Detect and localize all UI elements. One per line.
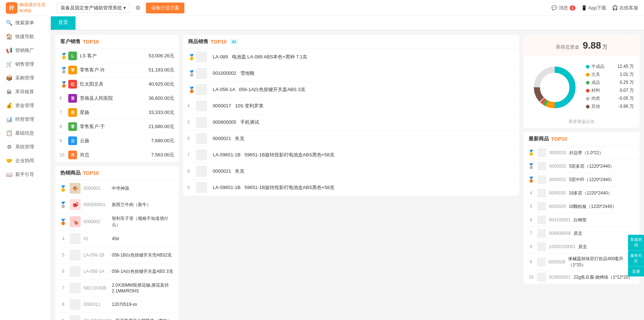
product-sales-header: 商品销售 TOP10 Ai — [183, 35, 519, 49]
customer-amount: 36,600.00元 — [148, 95, 174, 102]
svg-rect-17 — [196, 133, 207, 144]
sidebar-label-marketing: 营销推广 — [15, 47, 34, 54]
hot-top10-label: TOP10 — [83, 170, 99, 176]
sidebar-label-enterprise: 企业协同 — [15, 157, 34, 164]
product-thumbnail — [70, 299, 81, 310]
sidebar-item-guide[interactable]: 📖 新手引导 — [0, 168, 50, 181]
hot-products-list: 🥇 🍖 0000001 中华神器 🥈 🥩 000500001 新西兰牛肉（新牛） — [55, 180, 179, 320]
sidebar-item-inventory[interactable]: 🏛 库存核算 — [0, 85, 50, 99]
header: 好 畅捷通好生意 标准版 装备及固定资产辅助管理系统 ▾ ⚙ 体验行业方案 💬 … — [0, 0, 644, 16]
svg-rect-9 — [70, 283, 81, 294]
customer-badge: 云 — [68, 136, 77, 145]
medal-icon: 🥈 — [528, 163, 535, 169]
tab-home[interactable]: 首页 — [51, 16, 76, 30]
rank-number: 8 — [60, 124, 67, 129]
sidebar-item-operations[interactable]: 📊 经营管理 — [0, 112, 50, 126]
product-code: 0000031 — [549, 177, 566, 182]
sidebar-item-quick-nav[interactable]: 🏠 快捷导航 — [0, 30, 50, 44]
table-row: 🥉 红 红太阳文具 40,925.00元 — [55, 77, 179, 91]
service-community-button[interactable]: 服务社区 — [628, 251, 644, 267]
purchase-icon: 📦 — [6, 75, 12, 81]
product-name: 5层中纤（1220*2440） — [569, 177, 615, 183]
product-thumbnail — [196, 182, 207, 193]
customer-service-hotline-button[interactable]: 客服热线 — [628, 235, 644, 251]
table-row: 9 LA-59651-1B 59651-1B旋转投影灯电池盒ABS黑色+58克 — [183, 180, 519, 196]
svg-rect-13 — [196, 68, 207, 79]
medal-icon: 🥇 — [187, 54, 196, 61]
legend-name: 肉类 — [591, 95, 618, 102]
product-name: 花语萌偶温分腿睡袋（厚款） — [115, 318, 174, 320]
svg-text:🥩: 🥩 — [72, 202, 79, 208]
customer-name: 肖总 — [77, 152, 151, 158]
table-row: 5 000800005 手机测试 — [183, 114, 519, 131]
rank-number: 6 — [187, 136, 195, 141]
sidebar-item-search[interactable]: 🔍 搜索菜单 — [0, 16, 50, 30]
sidebar-item-finance[interactable]: 💰 资金管理 — [0, 99, 50, 112]
system-select[interactable]: 装备及固定资产辅助管理系统 ▾ — [57, 3, 130, 13]
product-code: 004100001 — [549, 217, 571, 222]
sidebar-item-sales[interactable]: 🛒 销售管理 — [0, 57, 50, 71]
app-download-button[interactable]: 📱 App下载 — [581, 5, 606, 11]
legend-dot — [586, 89, 590, 93]
medal-icon: 🥉 — [528, 176, 535, 183]
sidebar-item-enterprise[interactable]: 🤝 企业协同 — [0, 154, 50, 168]
product-code: 0000011 — [83, 302, 109, 307]
svg-rect-7 — [70, 250, 81, 260]
list-item: 🥉 0000031 5层中纤（1220*2440） — [523, 173, 640, 186]
product-code: LA-056-1A — [83, 269, 109, 274]
settings-icon[interactable]: ⚙ — [133, 3, 143, 13]
guide-icon: 📖 — [6, 171, 12, 178]
home-icon: 🏠 — [6, 33, 12, 40]
sidebar-item-purchase[interactable]: 📦 采购管理 — [0, 71, 50, 85]
svg-rect-29 — [538, 162, 546, 171]
product-name: 22g鱼豆腐-烧烤味（1*12*20） — [574, 274, 633, 280]
trial-button[interactable]: 体验行业方案 — [146, 3, 184, 13]
product-code: 01 — [83, 236, 109, 241]
main-content: 客户销售 TOP10 🥇 L LS 客户 53,006.26元 🥈 零 零售客户… — [51, 30, 644, 320]
legend-item: 成品 0.25 万 — [586, 79, 634, 86]
product-thumbnail — [196, 149, 207, 160]
product-code-name: 0000021 夹克 — [210, 168, 515, 175]
medal-icon: 🥉 — [60, 218, 67, 225]
sidebar-item-system[interactable]: ⚙ 系统管理 — [0, 140, 50, 154]
svg-rect-10 — [70, 299, 81, 310]
sidebar-item-marketing[interactable]: 📢 营销推广 — [0, 44, 50, 57]
product-name: 45# — [112, 236, 174, 241]
inventory-amount: 9.88 — [583, 40, 601, 51]
donut-chart — [529, 62, 580, 113]
system-icon: ⚙ — [6, 144, 12, 150]
svg-rect-20 — [196, 182, 207, 193]
product-thumbnail — [70, 250, 81, 260]
ai-badge: Ai — [230, 39, 238, 44]
product-code-name: LA-089 电池盖 LA-089 ABS本色+黑种 7.1克 — [210, 54, 515, 60]
svg-rect-33 — [537, 216, 546, 224]
new-top10-label: TOP10 — [551, 136, 567, 142]
product-thumbnail — [538, 175, 546, 184]
rank-number: 4 — [60, 236, 67, 241]
customer-badge: 苔 — [68, 94, 77, 103]
message-button[interactable]: 💬 消息 6 — [551, 5, 575, 11]
inventory-unit: 万 — [602, 44, 607, 50]
hot-products-title: 热销商品 — [60, 170, 81, 176]
product-code-name: 0000021 夹克 — [210, 135, 515, 142]
product-name: 智利车子里（规格不知道填什么） — [112, 216, 174, 228]
product-code-name: LA-59651-1B 59651-1B旋转投影灯电池盒ABS黑色+58克 — [210, 152, 515, 158]
list-item: 4 01 45# — [55, 231, 179, 247]
svg-rect-34 — [537, 229, 546, 238]
product-thumbnail — [196, 166, 207, 177]
product-thumbnail — [537, 242, 546, 251]
list-item: 8 10000100001 原圭 — [523, 240, 640, 254]
product-thumbnail — [196, 84, 207, 95]
inventory-legend: 半成品 12.45 万 文具 1.01 万 成品 0.25 万 — [586, 63, 634, 111]
customer-badge: 零 — [68, 122, 77, 131]
legend-item: 其他 -3.86 万 — [586, 103, 634, 110]
svg-text:🍖: 🍖 — [72, 185, 79, 192]
product-code: 000500001 — [83, 202, 109, 207]
live-stream-button[interactable]: 直播 — [628, 267, 644, 276]
rank-number: 7 — [528, 231, 534, 236]
customer-ranking-panel: 客户销售 TOP10 🥇 L LS 客户 53,006.26元 🥈 零 零售客户… — [55, 35, 179, 162]
online-service-button[interactable]: 🎧 在线客服 — [612, 5, 638, 11]
hot-products-header: 热销商品 TOP10 — [55, 166, 179, 180]
svg-rect-12 — [196, 52, 207, 62]
sidebar-item-basic-info[interactable]: 📋 基础信息 — [0, 126, 50, 140]
